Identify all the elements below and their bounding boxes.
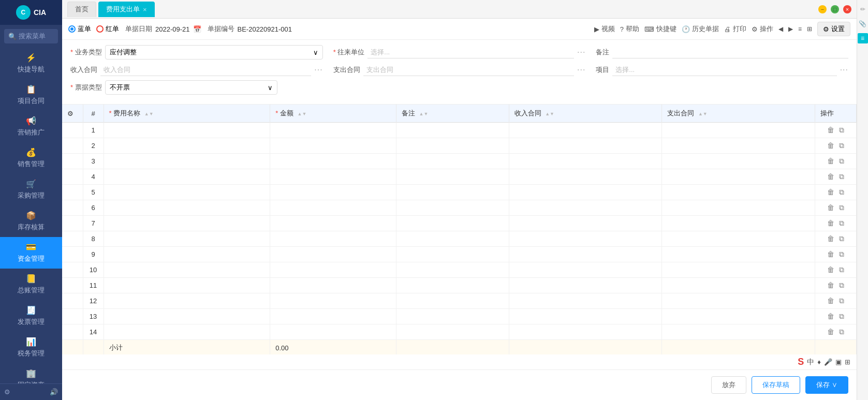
calendar-icon[interactable]: 📅 <box>193 25 201 33</box>
project-input[interactable] <box>612 64 836 76</box>
counterpart-more-icon[interactable]: ··· <box>577 48 585 57</box>
row-expense-name-cell[interactable] <box>104 200 270 216</box>
row-expense-contract-cell[interactable] <box>662 185 815 200</box>
row-expense-name-cell[interactable] <box>104 262 270 278</box>
row-amount-cell[interactable] <box>270 324 396 340</box>
row-copy-icon[interactable]: ⧉ <box>839 203 844 212</box>
tab-close-icon[interactable]: × <box>143 6 147 13</box>
row-expense-name-cell[interactable] <box>104 247 270 262</box>
row-delete-icon[interactable]: 🗑 <box>827 312 834 320</box>
row-expense-name-cell[interactable] <box>104 216 270 231</box>
row-expense-contract-cell[interactable] <box>662 324 815 340</box>
row-remark-cell[interactable] <box>396 200 509 216</box>
row-remark-cell[interactable] <box>396 293 509 309</box>
row-remark-cell[interactable] <box>396 324 509 340</box>
row-income-contract-cell[interactable] <box>509 293 662 309</box>
sidebar-item-purchase-mgmt[interactable]: 🛒 采购管理 <box>0 174 62 205</box>
row-income-contract-cell[interactable] <box>509 200 662 216</box>
close-button[interactable]: × <box>843 5 851 13</box>
row-expense-contract-cell[interactable] <box>662 309 815 324</box>
row-copy-icon[interactable]: ⧉ <box>839 157 844 165</box>
radio-blue[interactable]: 蓝单 <box>68 24 91 34</box>
row-expense-name-cell[interactable] <box>104 169 270 185</box>
row-amount-cell[interactable] <box>270 247 396 262</box>
row-income-contract-cell[interactable] <box>509 185 662 200</box>
invoice-type-select[interactable]: 不开票 ∨ <box>105 80 277 95</box>
right-panel-green-icon[interactable]: ≡ <box>858 33 868 43</box>
row-copy-icon[interactable]: ⧉ <box>839 172 844 181</box>
list-view-button[interactable]: ≡ <box>798 25 802 33</box>
row-delete-icon[interactable]: 🗑 <box>827 141 834 150</box>
row-remark-cell[interactable] <box>396 262 509 278</box>
row-copy-icon[interactable]: ⧉ <box>839 265 844 274</box>
row-expense-name-cell[interactable] <box>104 278 270 293</box>
grid-view-button[interactable]: ⊞ <box>807 25 812 33</box>
row-amount-cell[interactable] <box>270 309 396 324</box>
row-expense-name-cell[interactable] <box>104 185 270 200</box>
row-income-contract-cell[interactable] <box>509 247 662 262</box>
row-remark-cell[interactable] <box>396 247 509 262</box>
row-copy-icon[interactable]: ⧉ <box>839 250 844 258</box>
row-expense-contract-cell[interactable] <box>662 169 815 185</box>
row-remark-cell[interactable] <box>396 185 509 200</box>
sidebar-item-invoice-mgmt[interactable]: 🧾 发票管理 <box>0 300 62 332</box>
row-copy-icon[interactable]: ⧉ <box>839 219 844 227</box>
counterpart-input[interactable] <box>367 46 574 58</box>
print-button[interactable]: 🖨 打印 <box>724 24 746 34</box>
row-amount-cell[interactable] <box>270 293 396 309</box>
remark-input[interactable] <box>612 46 848 58</box>
video-button[interactable]: ▶ 视频 <box>594 24 615 34</box>
row-copy-icon[interactable]: ⧉ <box>839 281 844 289</box>
row-copy-icon[interactable]: ⧉ <box>839 126 844 134</box>
sidebar-item-sales-mgmt[interactable]: 💰 销售管理 <box>0 142 62 174</box>
row-income-contract-cell[interactable] <box>509 309 662 324</box>
row-remark-cell[interactable] <box>396 309 509 324</box>
row-delete-icon[interactable]: 🗑 <box>827 203 834 212</box>
row-amount-cell[interactable] <box>270 169 396 185</box>
row-delete-icon[interactable]: 🗑 <box>827 234 834 243</box>
row-expense-contract-cell[interactable] <box>662 138 815 154</box>
row-remark-cell[interactable] <box>396 216 509 231</box>
row-copy-icon[interactable]: ⧉ <box>839 141 844 150</box>
row-amount-cell[interactable] <box>270 185 396 200</box>
sidebar-item-marketing[interactable]: 📢 营销推广 <box>0 111 62 142</box>
row-remark-cell[interactable] <box>396 123 509 138</box>
row-delete-icon[interactable]: 🗑 <box>827 250 834 258</box>
row-remark-cell[interactable] <box>396 154 509 169</box>
sidebar-item-capital-mgmt[interactable]: 💳 资金管理 <box>0 237 62 269</box>
radio-red[interactable]: 红单 <box>96 24 119 34</box>
help-button[interactable]: ? 帮助 <box>620 24 639 34</box>
income-contract-more-icon[interactable]: ··· <box>314 65 322 75</box>
row-amount-cell[interactable] <box>270 262 396 278</box>
row-expense-name-cell[interactable] <box>104 138 270 154</box>
expense-contract-more-icon[interactable]: ··· <box>577 65 585 75</box>
project-more-icon[interactable]: ··· <box>840 65 848 75</box>
row-remark-cell[interactable] <box>396 169 509 185</box>
settings-bottom-icon[interactable]: ⚙ <box>4 388 10 396</box>
row-delete-icon[interactable]: 🗑 <box>827 157 834 165</box>
row-income-contract-cell[interactable] <box>509 123 662 138</box>
income-contract-input[interactable] <box>100 64 311 76</box>
row-income-contract-cell[interactable] <box>509 231 662 247</box>
row-income-contract-cell[interactable] <box>509 278 662 293</box>
row-amount-cell[interactable] <box>270 200 396 216</box>
row-income-contract-cell[interactable] <box>509 324 662 340</box>
row-delete-icon[interactable]: 🗑 <box>827 126 834 134</box>
row-delete-icon[interactable]: 🗑 <box>827 328 834 336</box>
row-amount-cell[interactable] <box>270 278 396 293</box>
row-copy-icon[interactable]: ⧉ <box>839 328 844 336</box>
row-income-contract-cell[interactable] <box>509 262 662 278</box>
th-expense-name[interactable]: 费用名称 ▲▼ <box>104 105 270 123</box>
next-button[interactable]: ▶ <box>788 25 793 33</box>
row-expense-name-cell[interactable] <box>104 231 270 247</box>
row-expense-contract-cell[interactable] <box>662 262 815 278</box>
minimize-button[interactable]: − <box>818 5 827 13</box>
prev-button[interactable]: ◀ <box>778 25 783 33</box>
row-amount-cell[interactable] <box>270 231 396 247</box>
maximize-button[interactable]: □ <box>831 5 839 13</box>
row-expense-name-cell[interactable] <box>104 293 270 309</box>
row-amount-cell[interactable] <box>270 216 396 231</box>
row-income-contract-cell[interactable] <box>509 216 662 231</box>
row-delete-icon[interactable]: 🗑 <box>827 172 834 181</box>
business-type-select[interactable]: 应付调整 ∨ <box>105 45 323 60</box>
